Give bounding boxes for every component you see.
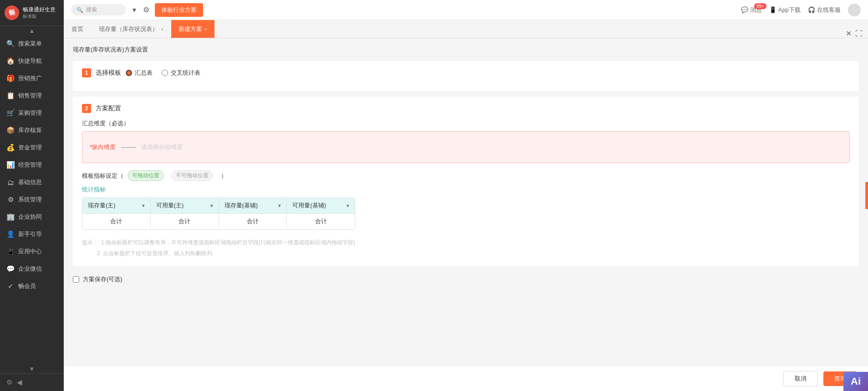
sidebar-item-purchase[interactable]: 🛒 采购管理 <box>0 104 64 122</box>
topbar-dropdown-icon[interactable]: ▼ <box>131 6 138 14</box>
search-icon: 🔍 <box>77 7 83 13</box>
footer: 取消 查询 <box>64 365 868 391</box>
radio-cross[interactable]: 交叉统计表 <box>162 69 200 77</box>
dimension-label: 汇总维度（必选） <box>82 119 850 128</box>
cell-4: 合计 <box>287 213 355 229</box>
stats-table-header: 现存量(主) ▾ 可用量(主) ▾ 现存量(基辅) ▾ <box>82 198 355 213</box>
tab-bar: 首页 现存量（库存状况表） × 新建方案 × ✕ ⛶ <box>64 20 868 38</box>
service-icon: 🎧 <box>808 6 815 13</box>
tab-inventory-status[interactable]: 现存量（库存状况表） × <box>91 20 171 38</box>
member-icon: ✓ <box>6 282 15 290</box>
sidebar-item-operations[interactable]: 📊 经营管理 <box>0 156 64 174</box>
col4-chevron-icon[interactable]: ▾ <box>347 203 349 209</box>
logo-text: 畅康通好生意 标准版 <box>23 6 56 20</box>
sidebar-item-app-center[interactable]: 📱 应用中心 <box>0 243 64 260</box>
tips-section: 提示： 1.拖动标题栏可以调整布局，不可跨维度或指标区域拖动栏目字段(只能在同一… <box>82 237 850 259</box>
newbie-icon: 👤 <box>6 230 15 238</box>
cell-3: 合计 <box>219 213 287 229</box>
save-label: 方案保存(可选) <box>83 275 123 283</box>
topbar-gear-icon[interactable]: ⚙ <box>143 5 149 14</box>
inventory-icon: 📦 <box>6 126 15 134</box>
col-header-1[interactable]: 现存量(主) ▾ <box>82 198 151 213</box>
cell-2: 合计 <box>151 213 219 229</box>
app-download-button[interactable]: 📱 App下载 <box>769 6 801 14</box>
sidebar-settings-icon[interactable]: ⚙ <box>6 378 12 386</box>
save-checkbox[interactable] <box>73 276 79 283</box>
sidebar-item-member[interactable]: ✓ 畅会员 <box>0 278 64 295</box>
radio-summary[interactable]: 汇总表 <box>126 69 153 77</box>
radio-summary-input[interactable] <box>126 70 132 76</box>
right-scroll-handle[interactable] <box>865 182 868 209</box>
tab-expand-icon[interactable]: ⛶ <box>855 30 863 38</box>
tab-inventory-close-icon[interactable]: × <box>161 26 163 32</box>
col-header-2[interactable]: 可用量(主) ▾ <box>151 198 219 213</box>
tab-new-close-icon[interactable]: × <box>204 26 207 32</box>
service-button[interactable]: 🎧 在线客服 <box>808 6 841 14</box>
message-icon: 💬 <box>741 6 748 13</box>
trial-button[interactable]: 体验行业方案 <box>155 3 203 17</box>
sidebar-item-inventory[interactable]: 📦 库存核算 <box>0 122 64 139</box>
col-header-4[interactable]: 可用量(基辅) ▾ <box>287 198 355 213</box>
operations-icon: 📊 <box>6 161 15 169</box>
cell-1: 合计 <box>82 213 151 229</box>
app-center-icon: 📱 <box>6 247 15 256</box>
sidebar-scroll-up[interactable]: ▲ <box>0 26 64 35</box>
system-icon: ⚙ <box>6 196 15 204</box>
message-button[interactable]: 💬 消息 99+ <box>741 6 762 14</box>
sidebar-item-quick-nav[interactable]: 🏠 快捷导航 <box>0 52 64 70</box>
topbar: 🔍 搜索 ▼ ⚙ 体验行业方案 💬 消息 99+ 📱 App下载 🎧 在线客服 <box>64 0 868 20</box>
enterprise-icon: 🏢 <box>6 213 15 221</box>
step2-header: 2 方案配置 <box>82 104 850 113</box>
tip-title: 提示： <box>82 237 98 248</box>
tip-2: 2. 点击标题栏下拉可设置排序、插入列和删除列 <box>82 248 850 259</box>
col1-chevron-icon[interactable]: ▾ <box>142 203 145 209</box>
sidebar-item-sales[interactable]: 📋 销售管理 <box>0 87 64 104</box>
badge-fixed: 不可拖动位置 <box>172 170 213 181</box>
quick-nav-icon: 🏠 <box>6 57 15 65</box>
dimension-arrow: —— <box>121 143 136 151</box>
save-section: 方案保存(可选) <box>73 275 859 283</box>
content-area: 现存量(库存状况表)方案设置 1 选择模板 汇总表 交叉统计表 <box>64 38 868 365</box>
tab-home[interactable]: 首页 <box>64 20 91 38</box>
stats-table-row: 合计 合计 合计 合计 <box>82 213 355 229</box>
basic-info-icon: 🗂 <box>6 178 15 186</box>
search-menu-icon: 🔍 <box>6 40 15 48</box>
col-header-3[interactable]: 现存量(基辅) ▾ <box>219 198 287 213</box>
sidebar-item-search-menu[interactable]: 🔍 搜索菜单 <box>0 35 64 52</box>
sidebar-item-enterprise[interactable]: 🏢 企业协同 <box>0 208 64 226</box>
tab-close-all-icon[interactable]: ✕ <box>846 29 852 38</box>
dimension-placeholder: 请选择分组维度 <box>141 143 183 151</box>
ai-badge[interactable]: Ai <box>843 372 868 391</box>
topbar-search[interactable]: 🔍 搜索 <box>71 4 126 15</box>
tab-new-scheme[interactable]: 新建方案 × <box>171 20 214 38</box>
step2-section: 2 方案配置 汇总维度（必选） *纵向维度 —— 请选择分组维度 模板指标设定（ <box>73 97 859 266</box>
step1-number: 1 <box>82 68 91 77</box>
sidebar-item-basic-info[interactable]: 🗂 基础信息 <box>0 174 64 191</box>
col3-chevron-icon[interactable]: ▾ <box>278 203 281 209</box>
sidebar-item-marketing[interactable]: 🎁 营销推广 <box>0 70 64 87</box>
logo-icon: 畅 <box>5 5 19 20</box>
radio-cross-input[interactable] <box>162 70 168 76</box>
sidebar-audio-icon[interactable]: ◀ <box>17 378 22 386</box>
col2-chevron-icon[interactable]: ▾ <box>210 203 213 209</box>
user-avatar[interactable] <box>848 4 861 16</box>
purchase-icon: 🛒 <box>6 109 15 117</box>
sidebar: 畅 畅康通好生意 标准版 ▲ 🔍 搜索菜单 🏠 快捷导航 🎁 营销推广 📋 销售… <box>0 0 64 391</box>
sidebar-item-system[interactable]: ⚙ 系统管理 <box>0 191 64 208</box>
sidebar-item-enterprise-wx[interactable]: 💬 企业微信 <box>0 260 64 278</box>
template-radio-group: 汇总表 交叉统计表 <box>126 69 200 77</box>
cancel-button[interactable]: 取消 <box>783 371 818 386</box>
sidebar-item-finance[interactable]: 💰 资金管理 <box>0 139 64 156</box>
indicators-label: 模板指标设定（ 可拖动位置 不可拖动位置 ） <box>82 170 850 181</box>
main: 🔍 搜索 ▼ ⚙ 体验行业方案 💬 消息 99+ 📱 App下载 🎧 在线客服 <box>64 0 868 391</box>
step1-title: 选择模板 <box>96 69 121 77</box>
indicators-section: 模板指标设定（ 可拖动位置 不可拖动位置 ） <box>82 170 850 181</box>
badge-draggable: 可拖动位置 <box>128 170 163 181</box>
stats-table: 现存量(主) ▾ 可用量(主) ▾ 现存量(基辅) ▾ <box>82 197 355 230</box>
dimension-section: 汇总维度（必选） *纵向维度 —— 请选择分组维度 <box>82 119 850 163</box>
page-title: 现存量(库存状况表)方案设置 <box>73 46 859 54</box>
sidebar-item-newbie[interactable]: 👤 新手引导 <box>0 226 64 243</box>
dimension-box[interactable]: *纵向维度 —— 请选择分组维度 <box>82 131 850 163</box>
sidebar-scroll-down[interactable]: ▼ <box>0 364 64 373</box>
sales-icon: 📋 <box>6 92 15 100</box>
